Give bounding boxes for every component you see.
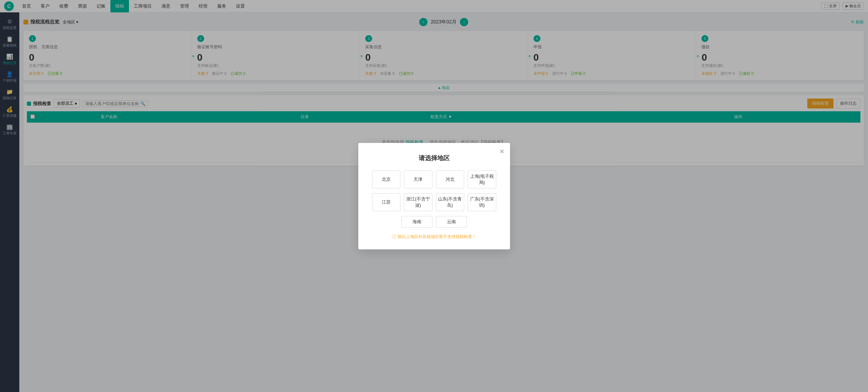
region-grid-row1: 北京 天津 河北 上海(电子税局)	[372, 171, 496, 188]
region-grid-row2: 江苏 浙江(不含宁波) 山东(不含青岛) 广东(不含深圳)	[372, 193, 496, 211]
region-btn-tianjin[interactable]: 天津	[404, 171, 432, 188]
modal-warning: ⓘ 除以上地区外其他地区暂不支持报税检查！	[372, 234, 496, 240]
region-select-modal: ✕ 请选择地区 北京 天津 河北 上海(电子税局) 江苏 浙江(不含宁波) 山东…	[358, 143, 510, 249]
region-btn-beijing[interactable]: 北京	[372, 171, 401, 188]
region-btn-guangdong[interactable]: 广东(不含深圳)	[468, 193, 496, 211]
modal-overlay[interactable]: ✕ 请选择地区 北京 天津 河北 上海(电子税局) 江苏 浙江(不含宁波) 山东…	[0, 0, 868, 392]
region-btn-hebei[interactable]: 河北	[436, 171, 465, 188]
region-btn-shandong[interactable]: 山东(不含青岛)	[436, 193, 465, 211]
region-btn-yunnan[interactable]: 云南	[436, 216, 467, 228]
region-btn-hainan[interactable]: 海南	[401, 216, 432, 228]
region-grid-row3: 海南 云南	[372, 216, 496, 228]
region-btn-shanghai[interactable]: 上海(电子税局)	[468, 171, 496, 188]
warning-text: 除以上地区外其他地区暂不支持报税检查！	[398, 234, 476, 240]
modal-close-button[interactable]: ✕	[499, 148, 505, 155]
region-btn-jiangsu[interactable]: 江苏	[372, 193, 401, 211]
warning-icon: ⓘ	[392, 234, 396, 240]
modal-title: 请选择地区	[372, 154, 496, 162]
region-btn-zhejiang[interactable]: 浙江(不含宁波)	[404, 193, 432, 211]
